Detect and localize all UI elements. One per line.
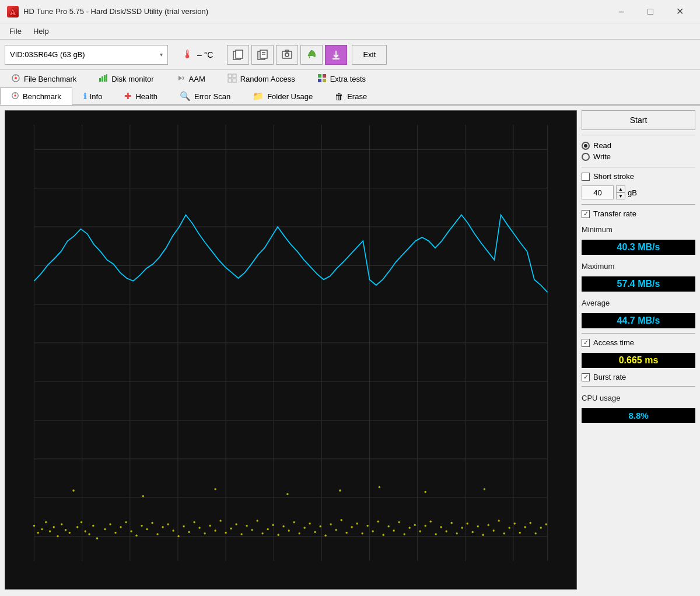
svg-point-138 [440, 526, 442, 528]
svg-point-165 [424, 491, 426, 493]
svg-point-154 [524, 526, 526, 528]
short-stroke-checkbox[interactable]: Short stroke [582, 172, 695, 181]
svg-rect-18 [99, 78, 101, 82]
tab-disk-monitor[interactable]: Disk monitor [88, 70, 164, 87]
svg-point-141 [456, 532, 458, 535]
folder-usage-icon: 📁 [253, 91, 264, 101]
transfer-rate-checkbox[interactable]: ✓ Transfer rate [582, 209, 695, 218]
svg-point-130 [398, 521, 400, 524]
divider-1 [582, 135, 695, 135]
download-icon-btn[interactable] [325, 45, 347, 65]
svg-point-126 [377, 520, 379, 523]
tab-extra-tests[interactable]: Extra tests [306, 70, 377, 87]
svg-point-80 [135, 535, 137, 537]
tab-aam[interactable]: AAM [165, 70, 216, 87]
maximum-value: 57.4 MB/s [582, 276, 695, 292]
help-menu[interactable]: Help [29, 26, 54, 37]
svg-point-79 [130, 530, 132, 532]
svg-point-101 [246, 525, 247, 527]
file-menu[interactable]: File [5, 26, 26, 37]
app-icon [7, 6, 19, 17]
svg-point-144 [472, 531, 474, 534]
svg-point-118 [335, 529, 337, 531]
svg-marker-22 [178, 76, 182, 80]
maximize-button[interactable]: □ [637, 3, 664, 20]
erase-icon: 🗑 [335, 92, 344, 101]
read-write-radio-group: Read Write [582, 140, 695, 162]
minimum-value: 40.3 MB/s [582, 240, 695, 255]
read-radio[interactable]: Read [582, 141, 695, 150]
stroke-up-button[interactable]: ▲ [616, 185, 625, 192]
tab-erase[interactable]: 🗑 Erase [324, 87, 378, 104]
start-button[interactable]: Start [582, 110, 695, 130]
svg-point-129 [393, 530, 394, 532]
close-button[interactable]: ✕ [666, 3, 693, 20]
toolbar-icon-group [227, 45, 347, 65]
tab-benchmark[interactable]: Benchmark [0, 87, 72, 105]
bottom-tabs-row: Benchmark ℹ Info ✚ Health 🔍 Error Scan 📁… [0, 87, 700, 104]
tab-file-benchmark-label: File Benchmark [24, 75, 76, 83]
menubar: File Help [0, 23, 700, 40]
average-label: Average [582, 299, 695, 307]
svg-point-90 [188, 531, 190, 534]
svg-point-117 [330, 523, 331, 525]
burst-rate-checkbox[interactable]: ✓ Burst rate [582, 373, 695, 381]
svg-point-164 [379, 486, 380, 488]
svg-point-158 [545, 523, 547, 525]
error-scan-icon: 🔍 [180, 91, 191, 101]
copy2-icon-btn[interactable] [251, 45, 274, 65]
stroke-down-button[interactable]: ▼ [616, 192, 625, 199]
tab-info[interactable]: ℹ Info [72, 87, 114, 104]
write-radio[interactable]: Write [582, 152, 695, 161]
svg-point-74 [104, 528, 106, 531]
svg-point-85 [162, 526, 163, 528]
dropdown-arrow-icon: ▾ [160, 51, 163, 58]
exit-button[interactable]: Exit [352, 45, 387, 65]
svg-point-103 [256, 520, 258, 522]
tab-health[interactable]: ✚ Health [113, 87, 169, 104]
svg-rect-29 [318, 79, 321, 82]
access-time-checkbox[interactable]: ✓ Access time [582, 338, 695, 347]
svg-rect-23 [228, 74, 232, 78]
svg-point-82 [146, 528, 148, 531]
svg-point-98 [230, 527, 232, 530]
svg-point-123 [361, 532, 363, 535]
thermometer-icon: 🌡 [182, 48, 194, 61]
leaf-icon-btn[interactable] [300, 45, 323, 65]
tab-file-benchmark[interactable]: File Benchmark [0, 70, 88, 87]
copy-icon-btn[interactable] [227, 45, 249, 65]
svg-point-142 [461, 527, 463, 529]
svg-rect-19 [102, 76, 103, 82]
svg-point-106 [272, 524, 274, 526]
temp-value: – °C [197, 50, 213, 59]
short-stroke-checkbox-box [582, 173, 590, 181]
screenshot-icon-btn[interactable] [276, 45, 298, 65]
svg-point-16 [15, 77, 17, 79]
svg-point-83 [151, 522, 153, 524]
tab-folder-usage[interactable]: 📁 Folder Usage [242, 87, 324, 104]
svg-point-58 [33, 525, 35, 527]
svg-point-99 [235, 523, 237, 525]
svg-point-110 [293, 521, 295, 524]
tab-error-scan[interactable]: 🔍 Error Scan [169, 87, 242, 104]
main-content: MB/s ms trial version 60 50 40 30 20 10 … [0, 106, 700, 594]
tab-aam-label: AAM [189, 75, 205, 83]
svg-point-127 [382, 534, 384, 536]
minimize-button[interactable]: – [608, 3, 635, 20]
svg-point-66 [65, 529, 66, 531]
average-value: 44.7 MB/s [582, 313, 695, 328]
svg-point-151 [509, 527, 510, 529]
svg-point-61 [45, 521, 47, 524]
svg-point-91 [193, 521, 195, 524]
svg-point-134 [419, 530, 421, 532]
svg-point-100 [240, 533, 242, 535]
svg-point-71 [88, 533, 90, 535]
svg-point-86 [167, 523, 169, 525]
svg-point-76 [114, 532, 116, 534]
drive-selector[interactable]: VID:03SR64G (63 gB) ▾ [5, 45, 168, 65]
maximum-label: Maximum [582, 262, 695, 271]
tab-random-access[interactable]: Random Access [216, 70, 306, 87]
svg-point-155 [530, 522, 531, 524]
svg-point-87 [172, 530, 174, 532]
stroke-value-input[interactable] [582, 185, 614, 199]
